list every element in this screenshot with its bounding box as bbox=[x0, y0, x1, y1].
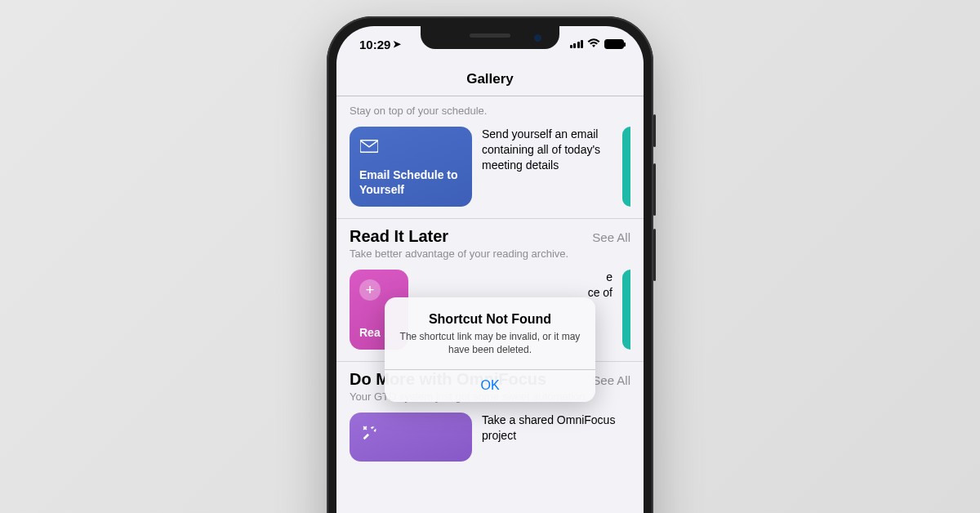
earpiece bbox=[470, 33, 510, 38]
shortcut-card-reading-list-partial[interactable]: + Rea bbox=[350, 270, 408, 350]
location-icon: ➤ bbox=[393, 38, 401, 50]
shortcut-card-email-schedule[interactable]: Email Schedule to Yourself bbox=[350, 127, 472, 207]
navigation-bar: Gallery bbox=[336, 62, 644, 96]
section-calendar: Stay on top of your schedule. Email Sche… bbox=[336, 96, 644, 219]
section-subtitle: Stay on top of your schedule. bbox=[350, 105, 630, 117]
section-read-it-later: Read It Later See All Take better advant… bbox=[336, 219, 644, 362]
iphone-frame: 10:29 ➤ Gallery Stay on top of your sche… bbox=[327, 16, 653, 513]
next-card-peek[interactable] bbox=[622, 270, 630, 350]
card-label-partial: Rea bbox=[359, 326, 399, 341]
page-title: Gallery bbox=[466, 71, 514, 87]
side-button bbox=[653, 163, 656, 216]
card-description: Take a shared OmniFocus project bbox=[482, 413, 630, 444]
section-subtitle: Your GTD system just got some sweet auto… bbox=[350, 390, 630, 403]
next-card-peek[interactable] bbox=[622, 127, 630, 207]
section-title: Read It Later bbox=[350, 227, 448, 246]
see-all-button[interactable]: See All bbox=[592, 230, 630, 244]
side-button bbox=[653, 229, 656, 281]
section-omnifocus: Do More with OmniFocus See All Your GTD … bbox=[336, 362, 644, 473]
status-time: 10:29 bbox=[359, 38, 390, 51]
shortcut-card-omnifocus[interactable] bbox=[350, 413, 472, 462]
wifi-icon bbox=[587, 38, 600, 51]
battery-icon bbox=[604, 39, 624, 49]
tools-icon bbox=[359, 422, 379, 442]
section-subtitle: Take better advantage of your reading ar… bbox=[350, 248, 630, 260]
screen: 10:29 ➤ Gallery Stay on top of your sche… bbox=[336, 26, 644, 513]
card-description: Send yourself an email containing all of… bbox=[482, 127, 612, 173]
content-scroll[interactable]: Stay on top of your schedule. Email Sche… bbox=[336, 96, 644, 513]
notch bbox=[421, 26, 559, 49]
card-description-partial: e ce of bbox=[585, 270, 612, 301]
envelope-icon bbox=[359, 136, 379, 156]
front-camera bbox=[534, 34, 541, 42]
side-button bbox=[653, 114, 656, 147]
card-label: Email Schedule to Yourself bbox=[359, 168, 462, 197]
section-title: Do More with OmniFocus bbox=[350, 370, 546, 389]
see-all-button[interactable]: See All bbox=[592, 373, 630, 387]
plus-circle-icon: + bbox=[359, 279, 381, 301]
cellular-signal-icon bbox=[570, 40, 584, 48]
